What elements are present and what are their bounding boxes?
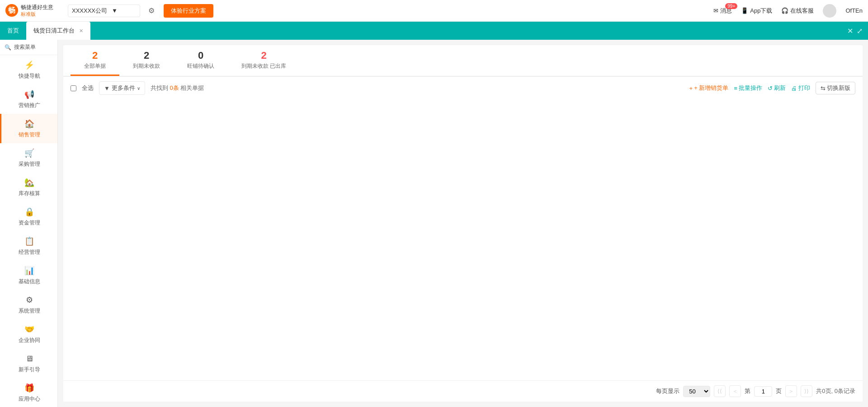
switch-version-button[interactable]: ⇆ 切换新版 xyxy=(816,82,855,94)
tab-expand-action[interactable]: ⤢ xyxy=(857,27,863,35)
app-download-label: App下载 xyxy=(750,7,772,15)
tab-home[interactable]: 首页 xyxy=(0,22,26,40)
settings-button[interactable]: ⚙ xyxy=(145,4,158,18)
refresh-label: 刷新 xyxy=(774,84,786,92)
header-right: ✉ 消息 99+ 📱 App下载 🎧 在线客服 OfTEn xyxy=(713,4,863,18)
sidebar-search[interactable]: 🔍 搜索菜单 xyxy=(0,40,57,55)
sidebar-label-basic-info: 基础信息 xyxy=(19,278,40,285)
add-label: + 新增销货单 xyxy=(694,84,728,92)
avatar[interactable] xyxy=(823,4,836,18)
sidebar-item-inventory[interactable]: 🏡 库存核算 xyxy=(0,173,57,202)
stats-tab-all[interactable]: 2 全部单据 xyxy=(71,45,119,76)
sidebar-item-purchase[interactable]: 🛒 采购管理 xyxy=(0,143,57,173)
top-header: 畅 畅捷通好生意 标准版 XXXXXX公司 ▼ ⚙ 体验行业方案 ✉ 消息 99… xyxy=(0,0,868,22)
sidebar-label-system: 系统管理 xyxy=(19,307,40,315)
print-label: 打印 xyxy=(798,84,810,92)
last-page-button[interactable]: ⟩⟩ xyxy=(801,385,812,397)
sidebar-item-enterprise[interactable]: 🤝 企业协同 xyxy=(0,319,57,349)
sidebar: 🔍 搜索菜单 ⚡ 快捷导航 📢 营销推广 🏠 销售管理 🛒 采购管理 🏡 库存核… xyxy=(0,40,58,407)
found-count: 0条 xyxy=(170,84,179,91)
add-icon: + xyxy=(689,85,693,92)
stats-count-all: 2 xyxy=(92,50,98,61)
search-icon: 🔍 xyxy=(5,44,11,51)
enterprise-icon: 🤝 xyxy=(24,324,35,335)
avatar-name: OfTEn xyxy=(845,7,863,14)
logo-icon: 畅 xyxy=(5,4,18,17)
tab-work-station[interactable]: 钱货日清工作台 ✕ xyxy=(26,22,90,40)
stats-label-all: 全部单据 xyxy=(84,62,106,70)
stats-tab-wangpu[interactable]: 0 旺铺待确认 xyxy=(174,45,228,76)
app-download-button[interactable]: 📱 App下载 xyxy=(741,7,772,15)
logo-text: 畅捷通好生意 标准版 xyxy=(21,4,53,18)
stats-tab-shipped[interactable]: 2 到期未收款 已出库 xyxy=(228,45,300,76)
sidebar-label-sales: 销售管理 xyxy=(19,131,40,139)
content-area: 2 全部单据 2 到期未收款 0 旺铺待确认 2 到期未收款 已出库 全选 ▼ … xyxy=(58,40,868,407)
sidebar-item-operation[interactable]: 📋 经营管理 xyxy=(0,231,57,261)
stats-count-wangpu: 0 xyxy=(198,50,203,61)
logo-area: 畅 畅捷通好生意 标准版 xyxy=(5,4,63,18)
sidebar-label-app-center: 应用中心 xyxy=(19,395,40,403)
toolbar-right: + + 新增销货单 ≡ 批量操作 ↺ 刷新 🖨 打印 ⇆ 切换新版 xyxy=(689,82,855,94)
online-service-button[interactable]: 🎧 在线客服 xyxy=(781,7,814,15)
stats-count-overdue: 2 xyxy=(144,50,149,61)
message-button[interactable]: ✉ 消息 99+ xyxy=(713,7,732,15)
first-page-button[interactable]: ⟨⟨ xyxy=(714,385,726,397)
sidebar-item-sales[interactable]: 🏠 销售管理 xyxy=(0,114,57,143)
refresh-button[interactable]: ↺ 刷新 xyxy=(768,84,786,92)
prev-page-button[interactable]: ＜ xyxy=(729,385,741,397)
message-badge: 99+ xyxy=(725,3,737,9)
stats-label-overdue: 到期未收款 xyxy=(133,62,160,70)
select-all-label: 全选 xyxy=(82,84,94,92)
tab-close-action[interactable]: ✕ xyxy=(847,27,853,35)
message-icon: ✉ xyxy=(713,7,718,14)
sidebar-label-purchase: 采购管理 xyxy=(19,160,40,168)
company-name: XXXXXX公司 xyxy=(72,7,107,15)
tab-bar-actions: ✕ ⤢ xyxy=(847,27,868,35)
stats-tab-overdue[interactable]: 2 到期未收款 xyxy=(119,45,174,76)
table-area xyxy=(63,99,863,380)
refresh-icon: ↺ xyxy=(768,85,773,92)
trial-button[interactable]: 体验行业方案 xyxy=(164,4,213,18)
pagination: 每页显示 50 20 100 ⟨⟨ ＜ 第 页 ＞ ⟩⟩ 共0页, 0条记录 xyxy=(63,380,863,402)
sidebar-item-system[interactable]: ⚙ 系统管理 xyxy=(0,290,57,319)
basic-info-icon: 📊 xyxy=(24,265,35,276)
print-button[interactable]: 🖨 打印 xyxy=(791,84,810,92)
sidebar-label-enterprise: 企业协同 xyxy=(19,337,40,344)
sidebar-item-guide[interactable]: 🖥 新手引导 xyxy=(0,349,57,378)
stats-tabs: 2 全部单据 2 到期未收款 0 旺铺待确认 2 到期未收款 已出库 xyxy=(63,45,863,76)
filter-button[interactable]: ▼ 更多条件 ∨ xyxy=(99,81,145,95)
company-selector[interactable]: XXXXXX公司 ▼ xyxy=(68,5,140,17)
sidebar-item-app-center[interactable]: 🎁 应用中心 xyxy=(0,378,57,407)
batch-icon: ≡ xyxy=(734,85,737,92)
current-page-input[interactable] xyxy=(754,386,772,397)
add-sales-order-button[interactable]: + + 新增销货单 xyxy=(689,84,729,92)
page-size-label: 每页显示 xyxy=(656,387,679,395)
batch-label: 批量操作 xyxy=(739,84,762,92)
tab-close-icon[interactable]: ✕ xyxy=(79,28,83,34)
stats-label-wangpu: 旺铺待确认 xyxy=(187,62,214,70)
sidebar-label-operation: 经营管理 xyxy=(19,248,40,256)
total-info: 共0页, 0条记录 xyxy=(816,387,855,395)
page-unit: 页 xyxy=(776,387,782,395)
sidebar-label-finance: 资金管理 xyxy=(19,219,40,227)
system-icon: ⚙ xyxy=(24,295,35,305)
next-page-button[interactable]: ＞ xyxy=(785,385,797,397)
page-size-select[interactable]: 50 20 100 xyxy=(683,386,710,397)
batch-operation-button[interactable]: ≡ 批量操作 xyxy=(734,84,762,92)
sidebar-item-marketing[interactable]: 📢 营销推广 xyxy=(0,84,57,114)
found-prefix: 共找到 xyxy=(151,84,168,91)
sales-icon: 🏠 xyxy=(24,118,35,129)
select-all-checkbox[interactable] xyxy=(71,85,76,91)
sidebar-item-basic-info[interactable]: 📊 基础信息 xyxy=(0,261,57,290)
switch-icon: ⇆ xyxy=(821,85,826,92)
tab-home-label: 首页 xyxy=(7,27,19,35)
sidebar-item-quick-nav[interactable]: ⚡ 快捷导航 xyxy=(0,55,57,84)
purchase-icon: 🛒 xyxy=(24,148,35,159)
print-icon: 🖨 xyxy=(791,85,797,92)
toolbar: 全选 ▼ 更多条件 ∨ 共找到 0条 相关单据 + + 新增销货单 ≡ 批量操作 xyxy=(63,76,863,99)
tab-work-station-label: 钱货日清工作台 xyxy=(33,27,75,35)
sidebar-item-finance[interactable]: 🔒 资金管理 xyxy=(0,202,57,231)
tab-bar: 首页 钱货日清工作台 ✕ ✕ ⤢ xyxy=(0,22,868,40)
main-layout: 🔍 搜索菜单 ⚡ 快捷导航 📢 营销推广 🏠 销售管理 🛒 采购管理 🏡 库存核… xyxy=(0,40,868,407)
sidebar-label-guide: 新手引导 xyxy=(19,366,40,374)
